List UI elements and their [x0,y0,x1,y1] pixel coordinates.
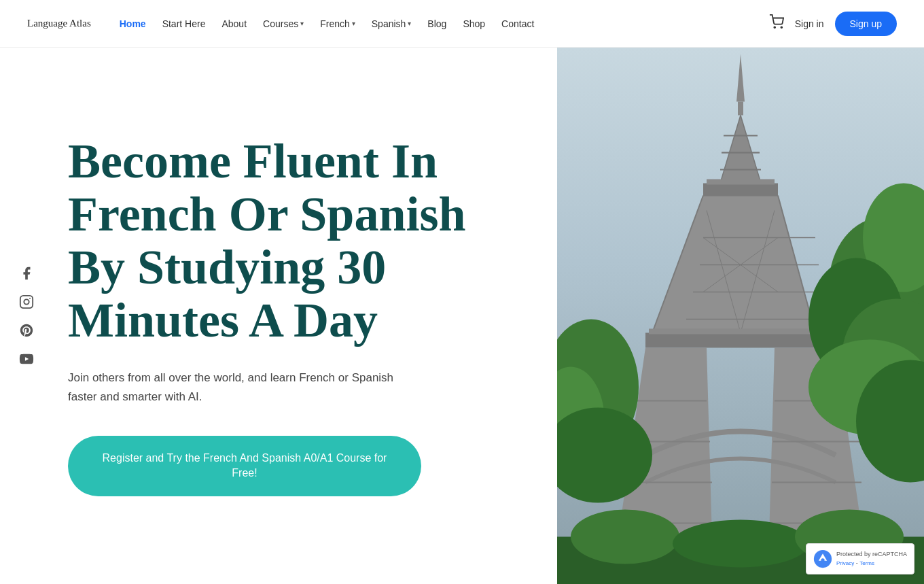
nav-link-about[interactable]: About [215,13,253,35]
recaptcha-text: Protected by reCAPTCHA Privacy - Terms [836,550,907,567]
hero-section: Become Fluent In French Or Spanish By St… [0,48,924,584]
nav-item-shop[interactable]: Shop [456,13,492,35]
nav-link-spanish[interactable]: Spanish ▾ [365,13,419,35]
recaptcha-logo-icon [813,549,832,568]
svg-point-1 [781,27,782,28]
svg-point-56 [821,558,824,562]
courses-chevron: ▾ [300,20,304,27]
svg-point-53 [673,520,808,568]
hero-title: Become Fluent In French Or Spanish By St… [68,135,516,347]
nav-link-start-here[interactable]: Start Here [156,13,213,35]
cta-button[interactable]: Register and Try the French And Spanish … [68,436,421,496]
sign-in-link[interactable]: Sign in [795,18,824,29]
navbar: Language Atlas Home Start Here About Cou… [0,0,924,48]
logo[interactable]: Language Atlas [27,18,91,29]
youtube-icon[interactable] [19,351,34,366]
recaptcha-privacy[interactable]: Privacy [836,560,854,566]
nav-item-blog[interactable]: Blog [421,13,453,35]
nav-link-home[interactable]: Home [113,13,153,35]
nav-item-spanish[interactable]: Spanish ▾ [365,13,419,35]
svg-point-4 [29,298,31,299]
nav-link-contact[interactable]: Contact [495,13,541,35]
svg-rect-8 [738,102,743,116]
recaptcha-label: Protected by reCAPTCHA [836,550,907,559]
svg-rect-31 [649,329,832,334]
nav-item-contact[interactable]: Contact [495,13,541,35]
facebook-icon[interactable] [19,266,34,281]
cart-svg [769,14,784,29]
eiffel-tower-background [557,48,924,584]
social-sidebar [19,266,34,366]
svg-rect-30 [645,333,836,348]
svg-point-0 [774,27,775,28]
nav-item-about[interactable]: About [215,13,253,35]
cart-icon[interactable] [769,14,784,33]
nav-left: Language Atlas Home Start Here About Cou… [27,13,541,35]
recaptcha-terms[interactable]: Terms [859,560,874,566]
instagram-icon[interactable] [19,294,34,309]
nav-link-french[interactable]: French ▾ [313,13,362,35]
nav-links: Home Start Here About Courses ▾ French ▾… [113,13,541,35]
nav-link-shop[interactable]: Shop [456,13,492,35]
nav-link-courses[interactable]: Courses ▾ [256,13,310,35]
spanish-chevron: ▾ [408,20,411,27]
svg-rect-2 [20,295,33,307]
recaptcha-badge: Protected by reCAPTCHA Privacy - Terms [806,543,914,574]
pinterest-icon[interactable] [19,323,34,338]
svg-point-3 [24,299,29,304]
nav-item-home[interactable]: Home [113,13,153,35]
nav-link-blog[interactable]: Blog [421,13,453,35]
nav-item-courses[interactable]: Courses ▾ [256,13,310,35]
hero-left: Become Fluent In French Or Spanish By St… [0,48,557,584]
svg-rect-17 [707,179,775,185]
hero-image [557,48,924,584]
nav-right: Sign in Sign up [769,12,897,36]
nav-item-french[interactable]: French ▾ [313,13,362,35]
svg-rect-16 [703,184,778,196]
hero-subtitle: Join others from all over the world, and… [68,368,421,405]
nav-item-start-here[interactable]: Start Here [156,13,213,35]
french-chevron: ▾ [352,20,355,27]
sign-up-button[interactable]: Sign up [835,12,897,36]
recaptcha-links: Privacy - Terms [836,559,907,568]
svg-point-52 [571,510,679,564]
